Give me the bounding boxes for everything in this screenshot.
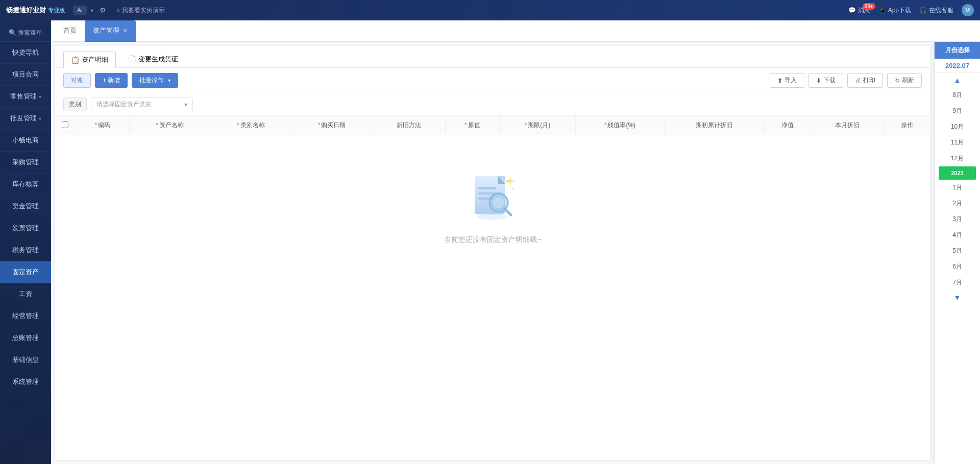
category-label: 类别 bbox=[63, 97, 87, 111]
tab-bar: 首页 资产管理 ✕ bbox=[51, 20, 980, 42]
import-icon: ⬆ bbox=[777, 77, 782, 84]
month-nav-down: ▼ bbox=[935, 290, 980, 305]
refresh-button[interactable]: ↻ 刷新 bbox=[887, 73, 922, 88]
table-header-depreciation-method: 折旧方法 bbox=[372, 116, 446, 135]
table-header-operation: 操作 bbox=[884, 116, 930, 135]
month-item-6[interactable]: 6月 bbox=[935, 259, 980, 275]
table-header-residual-rate: *残值率(%) bbox=[576, 116, 664, 135]
select-all-checkbox[interactable] bbox=[62, 121, 68, 128]
table-header-original-value: *原值 bbox=[446, 116, 499, 135]
table-header-accumulated-depreciation: 期初累计折旧 bbox=[664, 116, 765, 135]
refresh-icon: ↻ bbox=[895, 77, 900, 84]
sidebar-item-tax[interactable]: 税务管理 bbox=[0, 239, 51, 261]
month-item-9[interactable]: 9月 bbox=[935, 103, 980, 119]
import-button[interactable]: ⬆ 导入 bbox=[770, 73, 804, 88]
svg-point-13 bbox=[512, 188, 514, 190]
sidebar: 🔍 搜索菜单 快捷导航 项目合同 零售管理 ▾ 批发管理 ▾ 小畅电商 采购管理… bbox=[0, 20, 51, 464]
sidebar-item-invoice[interactable]: 发票管理 bbox=[0, 217, 51, 239]
add-new-button[interactable]: + 新增 bbox=[95, 73, 128, 88]
sidebar-item-finance[interactable]: 资金管理 bbox=[0, 196, 51, 217]
filter-bar: 类别 请选择固定资产类别 ▾ bbox=[55, 93, 930, 116]
month-item-1[interactable]: 1月 bbox=[935, 180, 980, 196]
chevron-down-icon: ▾ bbox=[39, 94, 41, 100]
sidebar-item-system[interactable]: 系统管理 bbox=[0, 371, 51, 393]
sidebar-search[interactable]: 🔍 搜索菜单 bbox=[0, 25, 51, 42]
online-service-button[interactable]: 🎧 在线客服 bbox=[919, 6, 953, 15]
app-download-icon: 📱 bbox=[878, 7, 886, 14]
month-nav-up: ▲ bbox=[935, 73, 980, 87]
svg-point-0 bbox=[477, 214, 508, 220]
sidebar-item-fixed-assets[interactable]: 固定资产 bbox=[0, 261, 51, 283]
month-panel-title: 月份选择 bbox=[935, 42, 980, 59]
category-select[interactable]: 请选择固定资产类别 ▾ bbox=[91, 97, 193, 111]
month-current-display: 2022.07 bbox=[935, 59, 980, 73]
sidebar-item-ecommerce[interactable]: 小畅电商 bbox=[0, 130, 51, 152]
user-avatar[interactable]: 我 bbox=[962, 4, 974, 16]
sidebar-item-inventory[interactable]: 库存核算 bbox=[0, 174, 51, 196]
toolbar: 对账 + 新增 批量操作 ▾ ⬆ 导入 ⬇ 下载 bbox=[55, 68, 930, 93]
tab-close-icon[interactable]: ✕ bbox=[122, 27, 128, 34]
tab-home[interactable]: 首页 bbox=[55, 20, 85, 42]
sidebar-item-retail[interactable]: 零售管理 ▾ bbox=[0, 86, 51, 108]
top-bar: 畅捷通好业财 专业版 Ai ▾ ⚙ ○ 我要看实例演示 💬 消息 99+ 📱 A… bbox=[0, 0, 980, 20]
month-item-2[interactable]: 2月 bbox=[935, 196, 980, 211]
empty-state: 当前您还没有固定资产明细哦~ bbox=[55, 135, 930, 275]
message-icon: 💬 bbox=[848, 7, 856, 14]
company-dropdown-icon[interactable]: ▾ bbox=[91, 8, 93, 13]
select-arrow-icon: ▾ bbox=[184, 101, 187, 108]
download-button[interactable]: ⬇ 下载 bbox=[808, 73, 843, 88]
svg-point-10 bbox=[493, 197, 505, 209]
main-layout: 🔍 搜索菜单 快捷导航 项目合同 零售管理 ▾ 批发管理 ▾ 小畅电商 采购管理… bbox=[0, 20, 980, 464]
settings-icon[interactable]: ⚙ bbox=[100, 6, 106, 14]
tab-asset-management[interactable]: 资产管理 ✕ bbox=[85, 20, 136, 42]
reconcile-button[interactable]: 对账 bbox=[63, 73, 91, 88]
month-item-8[interactable]: 8月 bbox=[935, 87, 980, 103]
sidebar-item-basic-info[interactable]: 基础信息 bbox=[0, 349, 51, 371]
month-next-button[interactable]: ▼ bbox=[952, 292, 963, 303]
batch-ops-button[interactable]: 批量操作 ▾ bbox=[132, 73, 178, 88]
sidebar-item-ledger[interactable]: 总账管理 bbox=[0, 327, 51, 349]
month-item-10[interactable]: 10月 bbox=[935, 119, 980, 135]
svg-rect-6 bbox=[478, 187, 496, 189]
month-item-3[interactable]: 3月 bbox=[935, 211, 980, 227]
table-header-net-value: 净值 bbox=[765, 116, 811, 135]
sub-tab-asset-detail[interactable]: 📋 资产明细 bbox=[63, 52, 116, 68]
page-content: 📋 资产明细 📄 变更生成凭证 对账 + 新增 批量操作 ▾ bbox=[51, 42, 980, 464]
list-icon: 📋 bbox=[71, 56, 80, 64]
app-edition: 专业版 bbox=[48, 7, 65, 14]
print-button[interactable]: 🖨 打印 bbox=[847, 73, 883, 88]
table-header-purchase-date: *购买日期 bbox=[291, 116, 372, 135]
sub-tab-change-voucher[interactable]: 📄 变更生成凭证 bbox=[120, 51, 186, 67]
company-name[interactable]: Ai bbox=[73, 6, 87, 15]
month-item-4[interactable]: 4月 bbox=[935, 227, 980, 243]
app-download-button[interactable]: 📱 App下载 bbox=[878, 6, 911, 15]
print-icon: 🖨 bbox=[855, 77, 861, 84]
month-item-11[interactable]: 11月 bbox=[935, 135, 980, 151]
toolbar-right: ⬆ 导入 ⬇ 下载 🖨 打印 ↻ 刷新 bbox=[770, 73, 922, 88]
demo-icon: ○ bbox=[116, 7, 120, 14]
sub-tab-bar: 📋 资产明细 📄 变更生成凭证 bbox=[55, 46, 930, 68]
table-header-asset-name: *资产名称 bbox=[129, 116, 210, 135]
demo-link[interactable]: ○ 我要看实例演示 bbox=[116, 6, 165, 15]
table-header-code: *编码 bbox=[76, 116, 129, 135]
empty-text: 当前您还没有固定资产明细哦~ bbox=[444, 235, 541, 245]
chevron-down-icon: ▾ bbox=[39, 116, 41, 121]
sidebar-item-operations[interactable]: 经营管理 bbox=[0, 305, 51, 327]
assets-table: *编码 *资产名称 *类别名称 *购买日期 折旧方法 *原值 *期限(月) *残… bbox=[55, 116, 930, 275]
sidebar-item-salary[interactable]: 工资 bbox=[0, 283, 51, 305]
month-item-12[interactable]: 12月 bbox=[935, 151, 980, 166]
table-header-current-month-depreciation: 本月折旧 bbox=[811, 116, 885, 135]
message-button[interactable]: 💬 消息 99+ bbox=[848, 6, 870, 15]
sidebar-item-project[interactable]: 项目合同 bbox=[0, 64, 51, 86]
table-header-checkbox bbox=[55, 116, 76, 135]
month-item-7[interactable]: 7月 bbox=[935, 275, 980, 290]
document-icon: 📄 bbox=[128, 55, 136, 63]
sidebar-item-wholesale[interactable]: 批发管理 ▾ bbox=[0, 108, 51, 130]
top-bar-right: 💬 消息 99+ 📱 App下载 🎧 在线客服 我 bbox=[848, 4, 974, 16]
month-prev-button[interactable]: ▲ bbox=[952, 75, 963, 85]
sidebar-item-purchase[interactable]: 采购管理 bbox=[0, 152, 51, 174]
content-area: 首页 资产管理 ✕ 📋 资产明细 📄 变更生成凭证 bbox=[51, 20, 980, 464]
empty-illustration bbox=[462, 166, 523, 227]
sidebar-item-quick-nav[interactable]: 快捷导航 bbox=[0, 42, 51, 64]
month-item-5[interactable]: 5月 bbox=[935, 243, 980, 259]
